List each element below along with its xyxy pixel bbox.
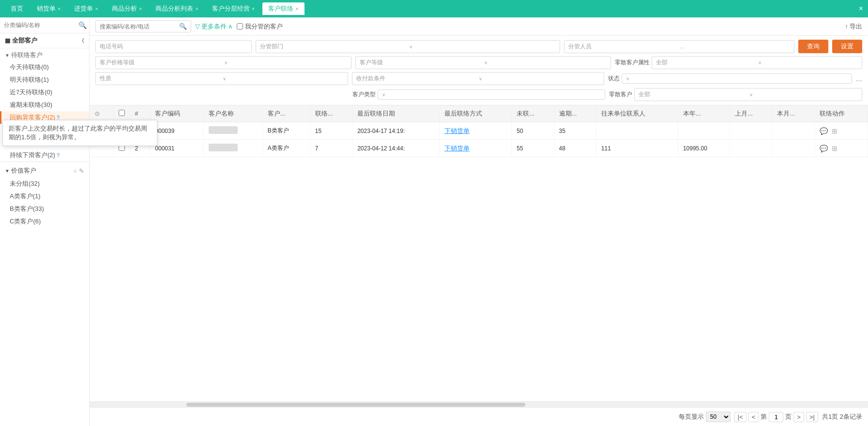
sidebar-item-today[interactable]: 今天待联络(0) xyxy=(0,61,89,73)
dept-select[interactable]: 分管部门 ∨ xyxy=(256,40,560,53)
settings-button[interactable]: 设置 xyxy=(832,40,862,53)
sidebar-search-input[interactable] xyxy=(4,22,76,29)
sidebar-item-b-class[interactable]: B类客户(33) xyxy=(0,203,89,215)
total-text: 共1页 2条记录 xyxy=(822,412,862,421)
gender-select[interactable]: 性质 ∨ xyxy=(95,72,348,85)
search-input[interactable] xyxy=(100,23,177,30)
horizontal-scrollbar[interactable] xyxy=(90,401,868,407)
sidebar-value-header[interactable]: ▼ 价值客户 ○ ✎ xyxy=(0,164,89,177)
nav-tab-product-list[interactable]: 商品分析列表 × xyxy=(150,2,204,15)
value-edit-icon[interactable]: ✎ xyxy=(79,167,84,175)
close-product-analysis-tab[interactable]: × xyxy=(139,6,142,12)
last-method-link-2[interactable]: 下销货单 xyxy=(444,145,470,152)
th-this-month[interactable]: 本月... xyxy=(772,105,814,122)
retail-customer-select[interactable]: 全部 ∨ xyxy=(634,88,862,101)
value-edit-icons: ○ ✎ xyxy=(73,167,84,175)
toolbar: 🔍 ▽ 更多条件 ∧ 我分管的客户 ↑ 导出 xyxy=(90,17,868,36)
table-row: 2 000031 A类客户 7 2023-04-12 14:44: 下销货单 5… xyxy=(90,140,868,157)
nav-tab-customer-tier[interactable]: 客户分层经营 × xyxy=(206,2,260,15)
nav-tab-product-analysis[interactable]: 商品分析 × xyxy=(106,2,148,15)
grid-action-icon-1[interactable]: ⊞ xyxy=(832,127,838,135)
th-cate[interactable]: 客户... xyxy=(262,105,310,122)
retail-customer-value: 全部 xyxy=(639,90,747,99)
filter-row-2: 客户价格等级 ∨ 客户等级 ∨ 零散客户属性 全部 ∨ xyxy=(95,56,862,69)
grid-action-icon-2[interactable]: ⊞ xyxy=(832,145,838,152)
name-masked-2 xyxy=(209,144,238,151)
close-customer-contact-tab[interactable]: × xyxy=(295,6,298,12)
customer-type-select[interactable]: ∨ xyxy=(378,89,606,100)
query-button[interactable]: 查询 xyxy=(798,40,828,53)
status-label: 状态 xyxy=(608,74,620,83)
phone-field[interactable]: 电话号码 xyxy=(95,40,252,53)
search-icon[interactable]: 🔍 xyxy=(179,23,187,30)
page-unit: 页 xyxy=(785,412,792,421)
dept-label: 分管部门 xyxy=(260,43,407,51)
close-sales-tab[interactable]: × xyxy=(58,6,61,12)
td-this-year-1 xyxy=(678,122,730,140)
sidebar-item-tomorrow[interactable]: 明天待联络(1) xyxy=(0,73,89,86)
close-customer-tier-tab[interactable]: × xyxy=(252,6,255,12)
sidebar-item-7days[interactable]: 近7天待联络(0) xyxy=(0,86,89,99)
value-circle-icon[interactable]: ○ xyxy=(73,167,77,175)
select-all-checkbox[interactable] xyxy=(119,110,125,116)
manager-dots[interactable]: ... xyxy=(680,44,790,49)
more-dots[interactable]: ... xyxy=(856,74,862,83)
sidebar-item-overdue[interactable]: 逾期未联络(30) xyxy=(0,99,89,111)
close-purchase-tab[interactable]: × xyxy=(95,6,98,12)
td-last-method-1[interactable]: 下销货单 xyxy=(439,122,511,140)
table-settings-icon[interactable]: ⚙ xyxy=(94,110,100,118)
close-product-list-tab[interactable]: × xyxy=(195,6,198,12)
th-last-month[interactable]: 上月... xyxy=(730,105,772,122)
nav-tab-sales[interactable]: 销货单 × xyxy=(31,2,66,15)
retail-attr-select[interactable]: 全部 ∨ xyxy=(652,56,862,69)
export-button[interactable]: ↑ 导出 xyxy=(845,22,863,31)
th-code[interactable]: 客户编码 xyxy=(150,105,203,122)
sidebar-search-icon[interactable]: 🔍 xyxy=(78,21,87,29)
first-page-btn[interactable]: |< xyxy=(734,412,746,422)
chat-icon-2[interactable]: 💬 xyxy=(820,145,828,152)
payment-select[interactable]: 收付款条件 ∨ xyxy=(352,72,605,85)
phone-input[interactable] xyxy=(131,43,247,50)
price-level-select[interactable]: 客户价格等级 ∨ xyxy=(95,56,351,69)
nav-tab-purchase[interactable]: 进货单 × xyxy=(68,2,104,15)
th-overdue[interactable]: 逾期... xyxy=(554,105,596,122)
last-method-link-1[interactable]: 下销货单 xyxy=(444,127,470,134)
th-contact[interactable]: 联络... xyxy=(310,105,352,122)
top-nav: 首页 销货单 × 进货单 × 商品分析 × 商品分析列表 × 客户分层经营 × … xyxy=(0,0,868,17)
continuous-decline-help-icon[interactable]: ? xyxy=(57,152,60,158)
th-last-date[interactable]: 最后联络日期 xyxy=(352,105,440,122)
td-overdue-1: 35 xyxy=(554,122,596,140)
my-customers-toggle[interactable]: 我分管的客户 xyxy=(237,22,283,31)
sidebar-item-continuous-decline[interactable]: 持续下滑客户(2) ? xyxy=(0,149,89,162)
nav-tab-home[interactable]: 首页 xyxy=(5,2,29,15)
th-last-method[interactable]: 最后联络方式 xyxy=(439,105,511,122)
td-contact-2: 7 xyxy=(310,140,352,157)
sidebar-item-c-class[interactable]: C类客户(6) xyxy=(0,215,89,228)
prev-page-btn[interactable]: < xyxy=(748,412,759,422)
more-conditions-btn[interactable]: ▽ 更多条件 ∧ xyxy=(195,22,233,31)
sidebar-all-customers[interactable]: ▦ 全部客户 《 xyxy=(0,33,89,48)
th-name[interactable]: 客户名称 xyxy=(203,105,262,122)
th-unit-contact[interactable]: 往来单位联系人 xyxy=(596,105,678,122)
sidebar-item-a-class[interactable]: A类客户(1) xyxy=(0,190,89,203)
table-header-row: ⚙ # 客户编码 客户名称 客户... 联络... xyxy=(90,105,868,122)
th-this-year[interactable]: 本年... xyxy=(678,105,730,122)
scroll-thumb[interactable] xyxy=(186,403,525,407)
manager-select[interactable]: 分管人员 ... xyxy=(564,40,794,53)
per-page-select[interactable]: 50 20 100 xyxy=(706,411,731,422)
sidebar-collapse-btn[interactable]: 《 xyxy=(79,37,84,44)
customer-level-select[interactable]: 客户等级 ∨ xyxy=(355,56,611,69)
close-app-button[interactable]: × xyxy=(859,4,863,13)
td-last-method-2[interactable]: 下销货单 xyxy=(439,140,511,157)
td-unread-1: 50 xyxy=(512,122,554,140)
sidebar-item-unclassified[interactable]: 未分组(32) xyxy=(0,177,89,190)
nav-tab-customer-contact[interactable]: 客户联络 × xyxy=(262,2,304,15)
th-unread[interactable]: 未联... xyxy=(512,105,554,122)
my-customers-checkbox[interactable] xyxy=(237,23,243,29)
chat-icon-1[interactable]: 💬 xyxy=(820,127,828,135)
last-page-btn[interactable]: >| xyxy=(806,412,818,422)
sidebar-pending-group[interactable]: ▼ 待联络客户 xyxy=(0,48,89,61)
page-input[interactable] xyxy=(769,412,783,422)
next-page-btn[interactable]: > xyxy=(793,412,804,422)
status-select[interactable]: ∨ xyxy=(622,73,852,84)
